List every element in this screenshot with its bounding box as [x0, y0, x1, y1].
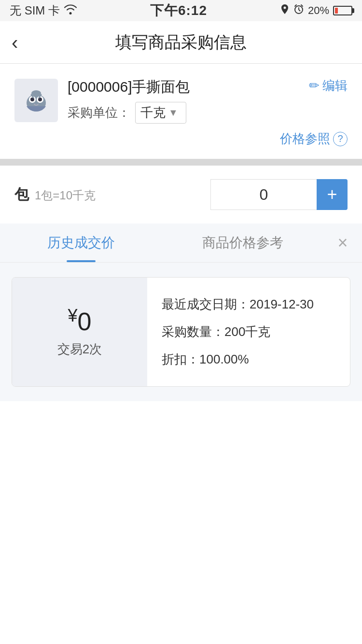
recent-date-value: 2019-12-30	[250, 297, 314, 311]
tab-product-price-ref-label: 商品价格参考	[202, 234, 283, 252]
quantity-input-group: 0 +	[210, 179, 348, 210]
tab-active-underline	[67, 260, 96, 262]
product-left: [0000006]手撕面包 采购单位： 千克 ▼	[14, 77, 190, 124]
page-title: 填写商品采购信息	[115, 31, 247, 54]
quantity-label-group: 包 1包=10千克	[14, 185, 96, 205]
wifi-icon	[64, 4, 77, 17]
edit-button[interactable]: ✏ 编辑	[309, 77, 348, 94]
svg-point-6	[31, 90, 41, 96]
product-info: [0000006]手撕面包 采购单位： 千克 ▼	[68, 77, 190, 124]
location-icon	[280, 4, 290, 17]
tab-product-price-ref[interactable]: 商品价格参考	[162, 224, 323, 262]
discount-row: 折扣：100.00%	[162, 350, 335, 369]
product-unit-row: 采购单位： 千克 ▼	[68, 102, 190, 124]
price-card-right: 最近成交日期：2019-12-30 采购数量：200千克 折扣：100.00%	[147, 278, 350, 386]
purchase-qty-label: 采购数量：	[162, 324, 224, 339]
unit-label-text: 采购单位：	[68, 104, 130, 121]
product-top: [0000006]手撕面包 采购单位： 千克 ▼ ✏ 编辑	[14, 77, 348, 124]
status-left: 无 SIM 卡	[10, 3, 77, 18]
edit-label: 编辑	[322, 77, 348, 94]
product-thumbnail	[14, 79, 58, 122]
unit-value: 千克	[140, 104, 166, 121]
product-card: [0000006]手撕面包 采购单位： 千克 ▼ ✏ 编辑 价格参照 ?	[0, 64, 362, 159]
price-yen-symbol: ¥	[68, 306, 78, 325]
page-background	[0, 401, 362, 644]
unit-select[interactable]: 千克 ▼	[135, 102, 186, 124]
tab-history-price[interactable]: 历史成交价	[0, 224, 162, 262]
tabs-panel: 历史成交价 商品价格参考 × ¥0 交易2次 最近成交日期：2019-12-30	[0, 224, 362, 401]
price-number: 0	[78, 308, 92, 336]
conversion-hint: 1包=10千克	[35, 188, 96, 203]
discount-value: 100.00%	[199, 352, 249, 366]
alarm-icon	[293, 4, 304, 17]
purchase-qty-value: 200千克	[224, 324, 270, 339]
tab-history-price-label: 历史成交价	[47, 234, 115, 252]
recent-date-label: 最近成交日期：	[162, 297, 250, 311]
plus-label: +	[327, 184, 337, 205]
status-right: 20%	[280, 4, 352, 17]
price-list: ¥0 交易2次 最近成交日期：2019-12-30 采购数量：200千克 折扣：…	[0, 263, 362, 401]
price-main-value: ¥0	[68, 306, 92, 336]
tabs-header: 历史成交价 商品价格参考 ×	[0, 224, 362, 263]
price-card: ¥0 交易2次 最近成交日期：2019-12-30 采购数量：200千克 折扣：…	[12, 277, 350, 387]
recent-date-row: 最近成交日期：2019-12-30	[162, 295, 335, 314]
price-ref-button[interactable]: 价格参照 ?	[280, 130, 348, 147]
price-card-left: ¥0 交易2次	[12, 278, 147, 386]
status-time: 下午6:12	[150, 1, 207, 20]
back-button[interactable]: ‹	[12, 33, 18, 52]
quantity-input[interactable]: 0	[210, 179, 317, 210]
section-divider	[0, 159, 362, 166]
discount-label: 折扣：	[162, 352, 199, 366]
purchase-qty-row: 采购数量：200千克	[162, 322, 335, 341]
price-ref-question-icon: ?	[333, 132, 348, 146]
close-icon: ×	[337, 233, 348, 253]
product-bottom: 价格参照 ?	[14, 130, 348, 147]
product-name: [0000006]手撕面包	[68, 77, 190, 97]
tab-close-button[interactable]: ×	[323, 224, 362, 262]
unit-dropdown-arrow: ▼	[168, 107, 178, 118]
quantity-row: 包 1包=10千克 0 +	[0, 166, 362, 224]
quantity-plus-button[interactable]: +	[317, 179, 348, 210]
price-ref-label: 价格参照	[280, 130, 330, 147]
battery-indicator	[333, 6, 352, 15]
price-trade-count: 交易2次	[57, 341, 102, 358]
edit-icon: ✏	[309, 78, 320, 93]
battery-text: 20%	[308, 4, 329, 17]
package-unit-label: 包	[14, 185, 29, 205]
status-bar: 无 SIM 卡 下午6:12 20%	[0, 0, 362, 21]
nav-bar: ‹ 填写商品采购信息	[0, 21, 362, 64]
no-sim-text: 无 SIM 卡	[10, 3, 60, 18]
